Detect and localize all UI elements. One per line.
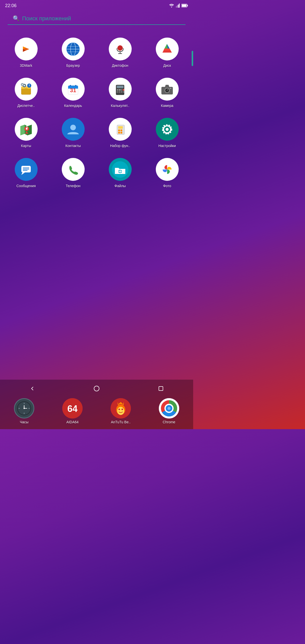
- app-calendar[interactable]: 31 Календарь: [50, 73, 97, 113]
- svg-rect-40: [117, 86, 124, 88]
- dock-aida64[interactable]: 64 AIDA64: [48, 396, 97, 425]
- app-icon-dictophone: [109, 38, 132, 60]
- app-label-maps: Карты: [21, 144, 31, 148]
- svg-point-82: [65, 161, 81, 178]
- dock-label-clock: Часы: [20, 420, 28, 424]
- svg-rect-72: [120, 132, 122, 134]
- app-maps[interactable]: G Карты: [3, 113, 50, 153]
- app-icon-browser: [62, 38, 85, 60]
- app-label-browser: Браузер: [66, 63, 80, 68]
- svg-rect-48: [123, 91, 124, 93]
- app-dictophone[interactable]: Диктофон: [97, 33, 144, 73]
- svg-point-86: [94, 386, 99, 391]
- recents-button[interactable]: [156, 383, 166, 394]
- svg-rect-70: [120, 130, 122, 131]
- svg-rect-24: [24, 88, 28, 90]
- app-label-files: Файлы: [114, 184, 126, 188]
- app-settings[interactable]: Настройки: [144, 113, 191, 153]
- app-icon-calculator: [109, 78, 132, 101]
- battery-icon: [181, 4, 188, 7]
- app-icon-messages: [15, 158, 38, 181]
- svg-point-102: [117, 407, 124, 415]
- app-label-phone: Телефон: [66, 184, 80, 188]
- app-icon-camera: [156, 78, 179, 101]
- app-label-photos: Фото: [163, 184, 171, 188]
- signal-icon: [176, 4, 180, 8]
- dock-label-chrome: Chrome: [163, 420, 175, 424]
- app-label-camera: Камера: [161, 104, 173, 108]
- nav-bar: [0, 382, 193, 396]
- app-icon-3dmark: [15, 38, 38, 60]
- scroll-indicator: [192, 51, 193, 66]
- dock-antutu[interactable]: AnTuTu Be..: [97, 396, 145, 425]
- app-3dmark[interactable]: 3DMark: [3, 33, 50, 73]
- svg-rect-59: [170, 88, 171, 89]
- svg-text:G: G: [26, 125, 28, 128]
- dock-chrome[interactable]: Chrome: [145, 396, 193, 425]
- app-label-disk: Диск: [163, 63, 171, 68]
- app-files[interactable]: Файлы: [97, 153, 144, 193]
- app-contacts[interactable]: Контакты: [50, 113, 97, 153]
- app-label-dispatcher: Диспетче..: [17, 104, 35, 108]
- svg-point-103: [118, 409, 120, 410]
- svg-point-109: [167, 407, 171, 410]
- app-icon-disk: [156, 38, 179, 60]
- svg-point-104: [121, 409, 123, 410]
- aida64-icon: 64: [62, 398, 83, 418]
- svg-point-35: [70, 85, 71, 86]
- antutu-icon: [111, 398, 131, 418]
- svg-rect-69: [118, 130, 120, 131]
- app-icon-files: [109, 158, 132, 181]
- back-button[interactable]: [27, 383, 37, 394]
- search-bar[interactable]: 🔍 Поиск приложений: [8, 13, 186, 25]
- bottom-dock: Часы 64 AIDA64: [0, 380, 193, 429]
- status-time: 22:06: [5, 3, 17, 8]
- svg-point-28: [24, 85, 25, 86]
- search-placeholder: Поиск приложений: [22, 15, 180, 22]
- app-icon-contacts: [62, 118, 85, 141]
- svg-rect-45: [117, 91, 118, 93]
- app-icon-dispatcher: ?: [15, 78, 38, 101]
- svg-rect-43: [121, 89, 122, 91]
- app-dispatcher[interactable]: ? Диспетче..: [3, 73, 50, 113]
- svg-rect-47: [121, 91, 122, 93]
- svg-rect-17: [119, 45, 121, 51]
- app-messages[interactable]: Сообщения: [3, 153, 50, 193]
- svg-rect-87: [159, 387, 163, 391]
- app-icon-settings: [156, 118, 179, 141]
- svg-point-30: [22, 84, 23, 85]
- svg-text:31: 31: [70, 87, 76, 93]
- app-icon-fonctions: [109, 118, 132, 141]
- app-icon-calendar: 31: [62, 78, 85, 101]
- svg-rect-44: [123, 89, 124, 91]
- status-bar: 22:06: [0, 0, 193, 10]
- app-label-calendar: Календарь: [64, 104, 82, 108]
- svg-rect-68: [118, 126, 123, 129]
- app-label-calculator: Калькулят..: [111, 104, 129, 108]
- app-icon-photos: [156, 158, 179, 181]
- app-disk[interactable]: Диск: [144, 33, 191, 73]
- app-fonctions[interactable]: Набор фун..: [97, 113, 144, 153]
- svg-point-97: [24, 408, 25, 409]
- app-photos[interactable]: Фото: [144, 153, 191, 193]
- app-phone[interactable]: Телефон: [50, 153, 97, 193]
- app-label-contacts: Контакты: [65, 144, 81, 148]
- svg-rect-71: [118, 132, 120, 134]
- search-icon: 🔍: [13, 15, 20, 22]
- app-label-dictophone: Диктофон: [112, 63, 128, 68]
- svg-rect-6: [182, 5, 187, 7]
- app-calculator[interactable]: Калькулят..: [97, 73, 144, 113]
- dock-clock[interactable]: Часы: [0, 396, 48, 425]
- chrome-icon: [159, 398, 179, 418]
- home-button[interactable]: [92, 383, 102, 394]
- clock-icon: [14, 398, 34, 418]
- svg-point-36: [75, 85, 77, 86]
- app-camera[interactable]: Камера: [144, 73, 191, 113]
- app-browser[interactable]: Браузер: [50, 33, 97, 73]
- dock-label-antutu: AnTuTu Be..: [111, 420, 131, 424]
- app-icon-maps: G: [15, 118, 38, 141]
- status-icons: [169, 4, 188, 8]
- apps-grid: 3DMark Браузер: [0, 30, 193, 196]
- svg-text:64: 64: [67, 404, 78, 414]
- dock-apps: Часы 64 AIDA64: [0, 396, 193, 425]
